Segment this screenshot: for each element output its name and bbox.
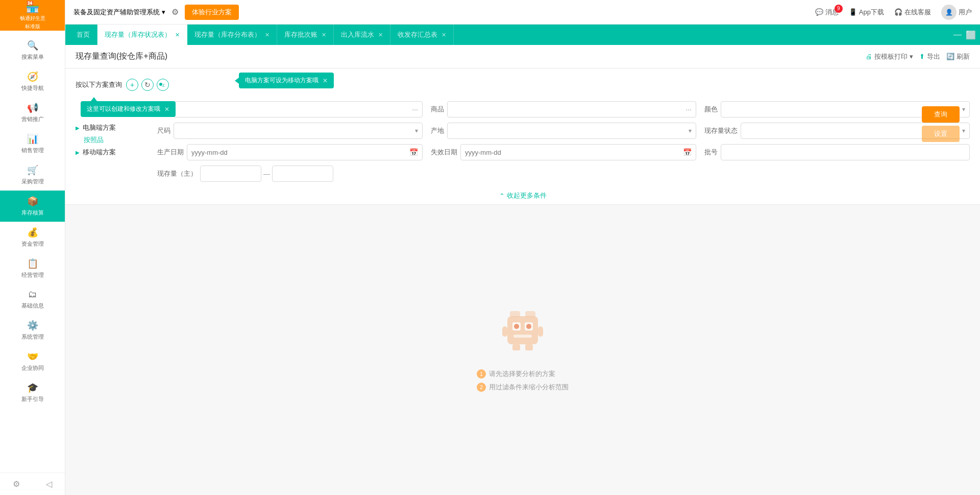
- tab-home[interactable]: 首页: [69, 25, 97, 45]
- support-item[interactable]: 🎧 在线客服: [894, 8, 931, 17]
- tab-stock-dist-close[interactable]: ✕: [265, 32, 270, 38]
- app-icon: 📱: [849, 8, 857, 16]
- pc-scheme-label: 电脑端方案: [83, 123, 116, 132]
- sidebar-item-system[interactable]: ⚙️ 系统管理: [0, 315, 65, 346]
- mobile-scheme-arrow: ▶: [76, 150, 80, 155]
- sidebar-item-inventory[interactable]: 📦 库存核算: [0, 191, 65, 222]
- user-item[interactable]: 👤 用户: [941, 5, 972, 20]
- production-date-input[interactable]: [191, 149, 407, 156]
- sidebar-nav: 🔍 搜索菜单 🧭 快捷导航 📢 营销推广 📊 销售管理 🛒 采购管理 📦 库存核…: [0, 31, 65, 473]
- filter-row-2: 尺码 ▾ 产地 ▾: [157, 123, 970, 139]
- tip-row-1: 1 请先选择要分析的方案: [477, 367, 569, 381]
- tab-batch-ledger[interactable]: 库存批次账 ✕: [277, 25, 334, 45]
- tooltip-pc-close[interactable]: ✕: [323, 77, 328, 84]
- warehouse-dots-icon: ···: [412, 105, 418, 113]
- production-date-field: 生产日期 📅: [157, 144, 423, 160]
- sidebar-item-basic[interactable]: 🗂 基础信息: [0, 284, 65, 315]
- reset-button[interactable]: 设置: [922, 126, 960, 142]
- sidebar-bottom: ⚙ ◁: [0, 473, 65, 495]
- scheme-pc-item[interactable]: ▶ 电脑端方案: [76, 122, 149, 134]
- print-button[interactable]: 🖨 按模板打印 ▾: [866, 52, 913, 61]
- warehouse-field: 仓库 ···: [157, 101, 423, 117]
- sidebar-label-newbie: 新手引导: [21, 395, 44, 403]
- expiry-date-calendar-icon[interactable]: 📅: [683, 148, 692, 156]
- sidebar-item-purchase[interactable]: 🛒 采购管理: [0, 159, 65, 191]
- color-label: 颜色: [704, 105, 718, 114]
- origin-input[interactable]: [452, 127, 689, 135]
- export-label: 导出: [927, 52, 940, 61]
- scheme-child-item[interactable]: 按照品: [84, 134, 149, 146]
- search-button[interactable]: 查询: [922, 106, 960, 123]
- sidebar-item-search[interactable]: 🔍 搜索菜单: [0, 35, 65, 66]
- refresh-button[interactable]: 🔄 刷新: [946, 52, 970, 61]
- refresh-scheme-button[interactable]: ↻: [141, 79, 154, 91]
- tab-minimize-icon[interactable]: —: [953, 30, 962, 39]
- settings-bottom-icon[interactable]: ⚙: [13, 479, 20, 489]
- tab-in-out-flow[interactable]: 出入库流水 ✕: [334, 25, 390, 45]
- print-label: 按模板打印: [874, 52, 908, 61]
- topbar-settings-icon[interactable]: ⚙: [172, 7, 179, 17]
- page-header: 现存量查询(按仓库+商品) 🖨 按模板打印 ▾ ⬆ 导出 🔄 刷新: [65, 45, 980, 68]
- tooltip-pc-scheme: 电脑方案可设为移动方案哦 ✕: [239, 73, 334, 88]
- dropdown-arrow-icon: ▾: [162, 8, 165, 16]
- purchase-nav-icon: 🛒: [27, 164, 38, 176]
- tab-batch-ledger-close[interactable]: ✕: [322, 32, 326, 38]
- sidebar-item-newbie[interactable]: 🎓 新手引导: [0, 377, 65, 408]
- sidebar-label-purchase: 采购管理: [21, 178, 44, 185]
- warehouse-input[interactable]: [178, 106, 410, 113]
- tab-stock-dist[interactable]: 现存量（库存分布表） ✕: [187, 25, 277, 45]
- scheme-mobile-item[interactable]: ▶ 移动端方案: [76, 146, 149, 158]
- newbie-nav-icon: 🎓: [27, 382, 38, 393]
- tab-maximize-icon[interactable]: ⬜: [966, 30, 976, 40]
- sidebar-item-operation[interactable]: 📋 经营管理: [0, 253, 65, 284]
- collapse-bottom-icon[interactable]: ◁: [46, 479, 52, 489]
- tabbar: 首页 现存量（库存状况表） ✕ 现存量（库存分布表） ✕ 库存批次账 ✕ 出入库…: [65, 25, 980, 45]
- collapse-label: 收起更多条件: [507, 191, 547, 200]
- goods-field: 商品 ···: [431, 101, 696, 117]
- sales-nav-icon: 📊: [27, 133, 38, 145]
- sidebar-item-finance[interactable]: 💰 资金管理: [0, 222, 65, 253]
- add-scheme-button[interactable]: +: [126, 79, 138, 91]
- tab-in-out-flow-close[interactable]: ✕: [378, 32, 383, 38]
- tooltip-create-text: 这里可以创建和修改方案哦: [87, 105, 160, 113]
- empty-state: 1 请先选择要分析的方案 2 用过滤条件来缩小分析范围: [65, 205, 980, 495]
- goods-input[interactable]: [452, 106, 683, 113]
- export-button[interactable]: ⬆ 导出: [919, 52, 940, 61]
- user-label: 用户: [959, 8, 972, 17]
- sidebar-item-marketing[interactable]: 📢 营销推广: [0, 97, 65, 128]
- search-area: 查询 设置: [922, 106, 960, 142]
- tip-num-1: 1: [477, 369, 486, 379]
- print-dropdown-icon: ▾: [910, 53, 913, 60]
- expiry-date-input[interactable]: [465, 149, 681, 156]
- tab-receive-send-close[interactable]: ✕: [442, 32, 446, 38]
- goods-label: 商品: [431, 105, 444, 114]
- message-item[interactable]: 💬 消息 9: [815, 8, 839, 17]
- stock-main-from-input[interactable]: [200, 166, 261, 182]
- size-input[interactable]: [178, 127, 415, 135]
- export-icon: ⬆: [919, 53, 925, 60]
- tab-stock-status-label: 现存量（库存状况表）: [105, 30, 171, 39]
- tab-stock-status[interactable]: 现存量（库存状况表） ✕: [97, 25, 187, 45]
- tab-window-actions: — ⬜: [953, 30, 976, 40]
- tooltip-pc-text: 电脑方案可设为移动方案哦: [245, 76, 318, 85]
- sidebar-item-sales[interactable]: 📊 销售管理: [0, 128, 65, 159]
- system-title-dropdown[interactable]: 装备及固定资产辅助管理系统 ▾: [74, 8, 165, 17]
- collapse-bar[interactable]: ⌃ 收起更多条件: [76, 187, 970, 204]
- svg-rect-6: [502, 326, 507, 337]
- sidebar-item-enterprise[interactable]: 🤝 企业协同: [0, 346, 65, 377]
- stock-status-label: 现存量状态: [704, 126, 738, 135]
- batch-input[interactable]: [721, 144, 970, 160]
- tab-receive-send[interactable]: 收发存汇总表 ✕: [390, 25, 454, 45]
- stock-main-field: 现存量（主） —: [157, 166, 970, 182]
- industry-button[interactable]: 体验行业方案: [185, 5, 239, 20]
- stock-main-to-input[interactable]: [272, 166, 333, 182]
- stock-main-label: 现存量（主）: [157, 169, 197, 178]
- tab-stock-status-close[interactable]: ✕: [175, 32, 180, 38]
- sidebar-item-guide[interactable]: 🧭 快捷导航: [0, 66, 65, 97]
- content-area: 现存量查询(按仓库+商品) 🖨 按模板打印 ▾ ⬆ 导出 🔄 刷新: [65, 45, 980, 495]
- guide-nav-icon: 🧭: [27, 71, 38, 82]
- app-download-item[interactable]: 📱 App下载: [849, 8, 884, 17]
- tooltip-create-close[interactable]: ✕: [164, 106, 169, 113]
- topbar-right: 💬 消息 9 📱 App下载 🎧 在线客服 👤 用户: [815, 5, 972, 20]
- production-date-calendar-icon[interactable]: 📅: [409, 148, 418, 156]
